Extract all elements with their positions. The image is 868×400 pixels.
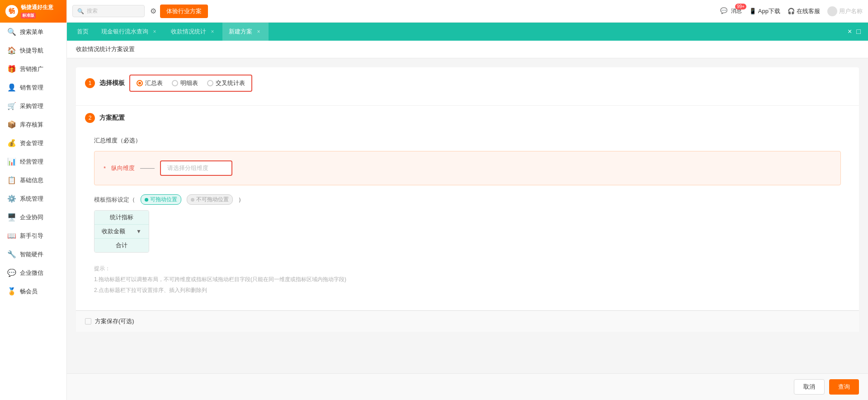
sidebar-item-hardware[interactable]: 🔧智能硬件 (0, 245, 66, 264)
sidebar-item-marketing[interactable]: 🎁营销推广 (0, 60, 66, 78)
sidebar-label-wechat: 企业微信 (20, 269, 43, 277)
tab-close-stats[interactable]: × (209, 28, 216, 35)
sidebar-icon-marketing: 🎁 (7, 65, 16, 73)
sidebar-icon-sales: 👤 (7, 83, 16, 92)
maximize-window-icon[interactable]: □ (856, 28, 861, 36)
save-section: 方案保存(可选) (76, 311, 859, 332)
sidebar-item-purchase[interactable]: 🛒采购管理 (0, 97, 66, 115)
tab-close-new-plan[interactable]: × (255, 28, 262, 35)
tab-label-bank-flow: 现金银行流水查询 (101, 28, 148, 36)
sidebar-label-marketing: 营销推广 (20, 65, 43, 73)
sidebar-icon-purchase: 🛒 (7, 102, 16, 110)
content-area: 收款情况统计方案设置 1 选择模板 汇总表 (67, 41, 868, 373)
sidebar-item-sales[interactable]: 👤销售管理 (0, 78, 66, 97)
topbar: 🔍 搜索 ⚙ 体验行业方案 💬 99+ 消息 📱 App下载 🎧 在线客服 用户… (67, 0, 868, 23)
sidebar-label-newbie: 新手引导 (20, 232, 43, 240)
sidebar-icon-search-menu: 🔍 (7, 28, 16, 36)
tab-stats[interactable]: 收款情况统计× (165, 23, 222, 41)
tab-label-stats: 收款情况统计 (171, 28, 206, 36)
metrics-header: 统计指标 (94, 211, 149, 225)
sidebar-label-sales: 销售管理 (20, 84, 43, 92)
sidebar-item-basic-info[interactable]: 📋基础信息 (0, 171, 66, 189)
dimension-area: * 纵向维度 —— 请选择分组维度 (94, 151, 841, 185)
sidebar-label-purchase: 采购管理 (20, 102, 43, 110)
topbar-search[interactable]: 🔍 搜索 (72, 5, 145, 17)
metrics-col-cell[interactable]: 收款金额 ▼ (94, 225, 149, 239)
query-button[interactable]: 查询 (829, 379, 859, 395)
topbar-right: 💬 99+ 消息 📱 App下载 🎧 在线客服 用户名称 (720, 6, 863, 16)
sidebar-label-operations: 经营管理 (20, 158, 43, 166)
gear-icon[interactable]: ⚙ (150, 7, 156, 15)
dimension-row: * 纵向维度 —— 请选择分组维度 (104, 160, 831, 176)
tabbar-right-controls: × □ (848, 23, 864, 41)
radio-cross[interactable]: 交叉统计表 (207, 79, 245, 87)
online-service[interactable]: 🎧 在线客服 (788, 7, 820, 15)
sidebar-logo: 畅 畅捷通好生意 标准版 (0, 0, 66, 23)
radio-detail-circle (172, 80, 178, 86)
content-body: 1 选择模板 汇总表 明细表 (67, 58, 868, 341)
sidebar-label-finance: 资金管理 (20, 139, 43, 147)
industry-solution-button[interactable]: 体验行业方案 (160, 5, 208, 18)
radio-detail[interactable]: 明细表 (172, 79, 198, 87)
dimension-select[interactable]: 请选择分组维度 (160, 160, 232, 176)
tab-bank-flow[interactable]: 现金银行流水查询× (95, 23, 165, 41)
tip-line2: 2.点击标题栏下拉可设置排序、插入列和删除列 (94, 285, 841, 296)
app-download[interactable]: 📱 App下载 (749, 7, 780, 15)
sidebar-label-inventory: 库存核算 (20, 121, 43, 129)
radio-summary[interactable]: 汇总表 (137, 79, 163, 87)
service-icon: 🎧 (788, 8, 795, 14)
dimension-required-marker: * (104, 165, 106, 172)
tip-line1: 1.拖动标题栏可以调整布局，不可跨维度或指标区域拖动栏目字段(只能在同一维度或指… (94, 274, 841, 285)
sidebar-label-enterprise: 企业协同 (20, 213, 43, 221)
logo-text: 畅捷通好生意 (21, 4, 53, 10)
tab-home[interactable]: 首页 (71, 23, 95, 41)
sidebar-icon-wechat: 💬 (7, 268, 16, 277)
sidebar-label-quick-nav: 快捷导航 (20, 47, 43, 55)
tips-title: 提示： (94, 265, 110, 272)
sidebar-icon-basic-info: 📋 (7, 176, 16, 184)
user-info[interactable]: 用户名称 (827, 6, 863, 16)
sidebar-icon-enterprise: 🖥️ (7, 213, 16, 221)
sidebar-item-finance[interactable]: 💰资金管理 (0, 134, 66, 152)
bottom-bar: 取消 查询 (67, 373, 868, 400)
metrics-col-label: 收款金额 (102, 227, 125, 235)
close-window-icon[interactable]: × (848, 28, 852, 36)
content-header: 收款情况统计方案设置 (67, 41, 868, 58)
sidebar-item-inventory[interactable]: 📦库存核算 (0, 115, 66, 134)
tab-new-plan[interactable]: 新建方案× (222, 23, 269, 41)
sidebar-label-system: 系统管理 (20, 195, 43, 203)
step2-block: 2 方案配置 汇总维度（必选） * 纵向维度 —— 请选择分组维度 (76, 106, 859, 311)
search-placeholder: 搜索 (87, 7, 98, 15)
tab-close-bank-flow[interactable]: × (151, 28, 158, 35)
sidebar-item-wechat[interactable]: 💬企业微信 (0, 264, 66, 282)
sidebar-item-search-menu[interactable]: 🔍搜索菜单 (0, 23, 66, 41)
non-draggable-badge: 不可拖动位置 (187, 194, 233, 205)
sidebar-label-search-menu: 搜索菜单 (20, 28, 43, 36)
template-options: 汇总表 明细表 交叉统计表 (129, 75, 252, 92)
radio-cross-label: 交叉统计表 (216, 79, 245, 87)
sidebar-icon-operations: 📊 (7, 157, 16, 166)
cancel-button[interactable]: 取消 (794, 379, 825, 395)
notification-icon[interactable]: 💬 99+ 消息 (720, 7, 742, 15)
dimension-title: 汇总维度（必选） (94, 136, 841, 145)
sidebar-badge: 标准版 (21, 13, 36, 19)
config-section: 汇总维度（必选） * 纵向维度 —— 请选择分组维度 (85, 129, 850, 303)
sidebar-item-quick-nav[interactable]: 🏠快捷导航 (0, 41, 66, 60)
sidebar-item-system[interactable]: ⚙️系统管理 (0, 189, 66, 208)
dropdown-arrow-icon: ▼ (136, 228, 142, 235)
metrics-subtotal: 合计 (94, 239, 149, 252)
tab-label-new-plan: 新建方案 (229, 28, 252, 36)
step1-label: 选择模板 (99, 79, 125, 87)
sidebar-item-operations[interactable]: 📊经营管理 (0, 152, 66, 171)
metrics-title-text: 模板指标设定（ (94, 196, 135, 204)
radio-detail-label: 明细表 (180, 79, 198, 87)
save-checkbox[interactable] (85, 318, 91, 325)
sidebar-icon-hardware: 🔧 (7, 250, 16, 259)
sidebar-item-newbie[interactable]: 📖新手引导 (0, 226, 66, 245)
non-draggable-label: 不可拖动位置 (196, 196, 229, 203)
notif-badge: 99+ (735, 4, 746, 9)
sidebar-icon-finance: 💰 (7, 139, 16, 147)
sidebar-item-member[interactable]: 🏅畅会员 (0, 282, 66, 301)
dimension-arrow: —— (140, 164, 155, 172)
sidebar-item-enterprise[interactable]: 🖥️企业协同 (0, 208, 66, 226)
